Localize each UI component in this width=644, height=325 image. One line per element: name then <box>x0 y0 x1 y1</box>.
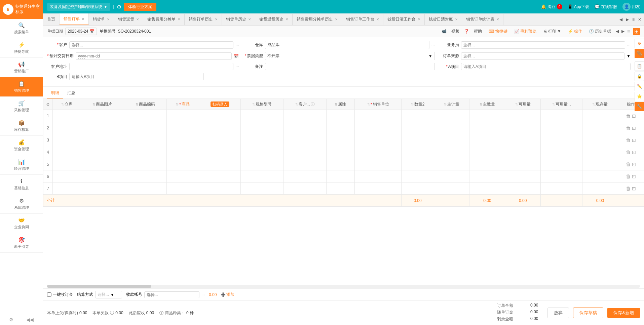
payment-method-select[interactable]: 选择... ▼ <box>95 291 122 298</box>
address-dots[interactable]: ··· <box>235 64 239 69</box>
date-input[interactable]: 2023-03-24 📅 <box>65 28 97 35</box>
tab-invoice-history-close[interactable]: ✕ <box>248 17 251 21</box>
copy-icon-5[interactable]: ⊡ <box>632 162 636 167</box>
staff-input[interactable] <box>461 41 625 49</box>
delete-icon-7[interactable]: 🗑 <box>626 186 631 191</box>
a-project-input[interactable] <box>461 63 631 70</box>
warehouse-dots[interactable]: ··· <box>431 43 435 47</box>
gear-icon[interactable]: ⚙ <box>46 102 50 107</box>
scan-btn-header[interactable]: 扫码录入 <box>211 101 229 107</box>
panel-btn-1[interactable]: 📋 <box>635 62 644 71</box>
row-1-spec[interactable] <box>241 110 283 122</box>
tab-sales-invoice[interactable]: 销货单 ✕ <box>89 14 114 25</box>
help-btn[interactable]: 帮助 <box>472 28 484 35</box>
row-1-main-qty[interactable] <box>469 110 505 122</box>
scrollbar-area[interactable] <box>43 284 644 288</box>
sidebar-item-sales[interactable]: 📋 销售管理 <box>0 77 43 97</box>
row-1-product[interactable] <box>166 110 199 122</box>
row-2-warehouse[interactable] <box>53 122 81 134</box>
row-2-stock[interactable] <box>582 122 618 134</box>
customer-code-info-icon[interactable]: ⓘ <box>311 101 315 107</box>
notes-input[interactable] <box>265 63 434 70</box>
sidebar-item-operations[interactable]: 📊 经营管理 <box>0 155 43 175</box>
row-2-attribute[interactable] <box>326 122 354 134</box>
row-2-qty2[interactable] <box>402 122 434 134</box>
account-input[interactable] <box>144 291 199 298</box>
tab-sales-order-close[interactable]: ✕ <box>82 17 84 21</box>
tab-sales-invoice-close[interactable]: ✕ <box>107 17 110 21</box>
tab-expense-history[interactable]: 销售费用分摊单历史 ✕ <box>293 14 342 25</box>
scrollbar-thumb[interactable] <box>47 285 151 288</box>
copy-icon-4[interactable]: ⊡ <box>632 150 636 155</box>
row-1-warehouse[interactable] <box>53 110 81 122</box>
tab-order-workbench[interactable]: 销售订单工作台 ✕ <box>342 14 383 25</box>
row-1-stock[interactable] <box>582 110 618 122</box>
row-1-avail-qty[interactable] <box>505 110 541 122</box>
shortcut-btn[interactable]: ⌨ 快捷键 <box>487 28 509 35</box>
solution-btn[interactable]: 体验行业方案 <box>124 3 156 11</box>
tab-prev-arrow[interactable]: ◀ <box>618 16 624 23</box>
tab-close-all-icon[interactable]: ✕ <box>637 16 643 23</box>
delete-icon-5[interactable]: 🗑 <box>626 162 631 167</box>
account-dots[interactable]: ··· <box>201 292 205 297</box>
sidebar-item-finance[interactable]: 💰 资金管理 <box>0 136 43 155</box>
delete-icon-2[interactable]: 🗑 <box>626 125 631 131</box>
sidebar-item-enterprise[interactable]: 🤝 企业协同 <box>0 214 43 233</box>
sidebar-item-purchase[interactable]: 🛒 采购管理 <box>0 97 43 116</box>
customer-input[interactable] <box>69 41 233 49</box>
tab-sales-order-history-close[interactable]: ✕ <box>215 17 218 21</box>
row-2-avail-more[interactable] <box>541 122 582 134</box>
tab-cash-workbench[interactable]: 钱货日清工作台 ✕ <box>383 14 425 25</box>
tab-return-history[interactable]: 销货退货历史 ✕ <box>255 14 293 25</box>
customer-dots[interactable]: ··· <box>235 43 239 47</box>
history-btn[interactable]: 🕐 历史单据 <box>587 28 613 35</box>
panel-btn-4[interactable]: ⭐ <box>635 92 644 101</box>
app-download-area[interactable]: 📱 App下载 <box>568 4 589 10</box>
row-3-warehouse[interactable] <box>53 134 81 146</box>
sidebar-item-search[interactable]: 🔍 搜索菜单 <box>0 19 43 38</box>
discard-btn[interactable]: 放弃 <box>547 308 569 318</box>
row-2-code[interactable] <box>124 122 166 134</box>
row-2-main-qty[interactable] <box>469 122 505 134</box>
sidebar-item-inventory[interactable]: 📦 库存核算 <box>0 116 43 136</box>
tab-sales-order-history[interactable]: 销售订单历史 ✕ <box>185 14 222 25</box>
row-2-unit[interactable] <box>355 122 402 134</box>
b-project-input[interactable] <box>69 73 204 80</box>
view-btn[interactable]: 视频 <box>449 28 461 35</box>
copy-icon-2[interactable]: ⊡ <box>632 125 636 131</box>
list-view-icon[interactable]: ≡ <box>627 28 630 34</box>
tab-invoice-history[interactable]: 销货单历史 ✕ <box>222 14 255 25</box>
add-payment-btn[interactable]: ➕ 添加 <box>221 292 234 297</box>
sidebar-item-guide[interactable]: 🎯 新手引导 <box>0 233 43 253</box>
delivery-date-input[interactable] <box>76 52 232 60</box>
copy-icon-1[interactable]: ⊡ <box>632 113 636 119</box>
delete-icon-3[interactable]: 🗑 <box>626 137 631 143</box>
user-area[interactable]: 👤 用友 <box>622 3 640 11</box>
nav-next-icon[interactable]: ▶ <box>621 29 624 34</box>
row-1-unit[interactable] <box>355 110 402 122</box>
sidebar-item-system[interactable]: ⚙ 系统管理 <box>0 194 43 214</box>
delete-icon-4[interactable]: 🗑 <box>626 150 631 155</box>
nav-prev-icon[interactable]: ◀ <box>616 29 619 34</box>
row-1-attribute[interactable] <box>326 110 354 122</box>
tab-detail[interactable]: 明细 <box>47 88 63 98</box>
print-btn[interactable]: 🖨 打印 ▼ <box>541 28 563 35</box>
tab-sales-stats[interactable]: 销售订单统计表 ✕ <box>462 14 503 25</box>
save-new-btn[interactable]: 保存&新增 <box>607 308 640 318</box>
tab-home[interactable]: 首页 <box>43 14 60 25</box>
staff-dots[interactable]: ··· <box>627 43 631 47</box>
panel-btn-3[interactable]: ✏️ <box>635 82 644 91</box>
tab-expense-history-close[interactable]: ✕ <box>335 17 338 21</box>
tab-next-arrow[interactable]: ▶ <box>624 16 630 23</box>
tab-sales-order[interactable]: 销售订单 ✕ <box>60 13 89 25</box>
row-2-main-unit[interactable] <box>434 122 469 134</box>
profit-preview-btn[interactable]: 📈 毛利预览 <box>512 28 538 35</box>
th-gear[interactable]: ⚙ <box>43 99 53 110</box>
panel-btn-5[interactable]: 🔧 <box>635 102 644 111</box>
operations-btn[interactable]: ⚡ 操作 <box>566 28 584 35</box>
copy-icon-7[interactable]: ⊡ <box>632 186 636 191</box>
settings-side-btn[interactable]: ⚙ <box>635 39 644 48</box>
scrollbar-track[interactable] <box>47 285 640 288</box>
tab-cash-workbench-close[interactable]: ✕ <box>418 17 420 21</box>
invoice-type-select[interactable]: 不开票 ▼ <box>265 52 434 60</box>
